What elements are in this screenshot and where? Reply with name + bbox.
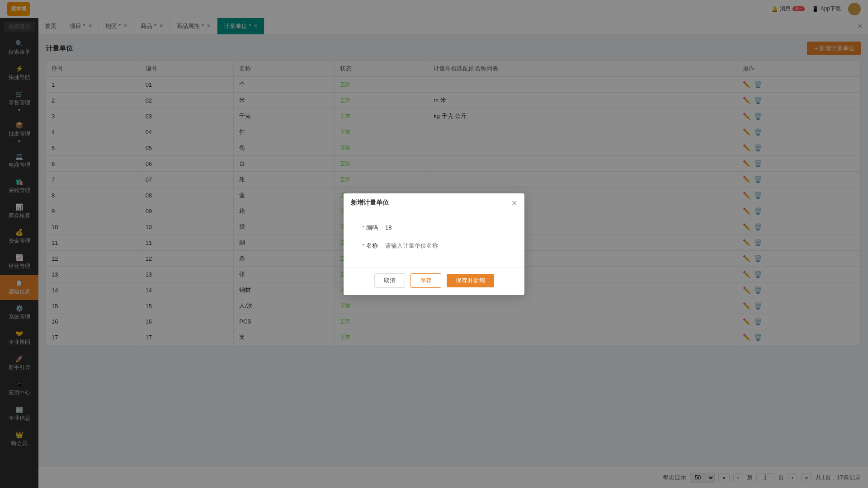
code-required-mark: * xyxy=(362,224,364,231)
modal-header: 新增计量单位 ✕ xyxy=(344,193,524,213)
modal-title: 新增计量单位 xyxy=(351,199,389,207)
code-form-row: *编码 xyxy=(354,222,514,233)
cancel-button[interactable]: 取消 xyxy=(374,273,405,288)
modal-body: *编码 *名称 xyxy=(344,213,524,267)
modal-overlay: 新增计量单位 ✕ *编码 *名称 取消 保存 保存并新增 xyxy=(0,0,868,488)
name-required-mark: * xyxy=(362,242,364,249)
code-input[interactable] xyxy=(382,222,514,233)
save-and-new-button[interactable]: 保存并新增 xyxy=(447,274,494,287)
add-measure-unit-modal: 新增计量单位 ✕ *编码 *名称 取消 保存 保存并新增 xyxy=(344,193,524,295)
modal-footer: 取消 保存 保存并新增 xyxy=(344,267,524,295)
code-label: *编码 xyxy=(354,224,382,232)
name-input[interactable] xyxy=(382,240,514,251)
save-button[interactable]: 保存 xyxy=(410,273,441,288)
modal-close-button[interactable]: ✕ xyxy=(511,199,517,207)
name-form-row: *名称 xyxy=(354,240,514,251)
name-label: *名称 xyxy=(354,242,382,250)
